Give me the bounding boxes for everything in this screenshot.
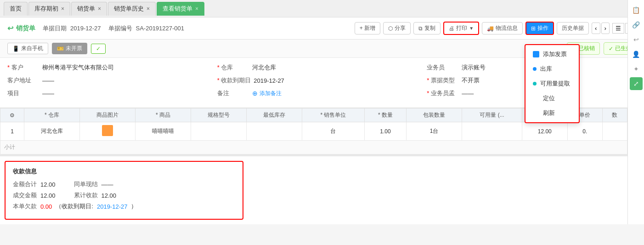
- row-index: 1: [0, 122, 24, 141]
- transaction-label: 成交金额: [13, 191, 37, 199]
- outstanding-label: 本单欠款: [13, 202, 37, 211]
- right-icon-4[interactable]: 👤: [630, 48, 643, 61]
- col-pack-qty: 包装数量: [407, 108, 462, 122]
- new-button[interactable]: + 新增: [355, 22, 380, 34]
- row-product: 嘻嘻嘻嘻: [136, 122, 191, 141]
- col-available: 可用量 (...: [462, 108, 522, 122]
- tab-sales-order-close[interactable]: ×: [98, 6, 101, 12]
- row-product-img: [80, 122, 136, 141]
- col-amount: 数: [602, 108, 627, 122]
- history-button[interactable]: 历史单据: [557, 22, 589, 34]
- note-field: 备注 ⊕ 添加备注: [217, 89, 427, 97]
- add-invoice-checkbox: [533, 51, 539, 57]
- tab-sales-order[interactable]: 销货单 ×: [71, 2, 107, 16]
- ticket-type-label: 票据类型: [427, 76, 459, 85]
- outbound-radio-icon: [533, 67, 537, 71]
- sales-person-value: ——: [462, 90, 474, 97]
- right-icon-2[interactable]: 🔗: [630, 18, 643, 31]
- single-settlement-label: 同单现结: [74, 180, 98, 188]
- product-thumbnail: [102, 125, 113, 136]
- outstanding-item: 本单欠款 0.00 （收款到期日: 2019-12-27 ）: [13, 202, 137, 211]
- copy-button[interactable]: ⧉ 复制: [413, 22, 441, 34]
- col-product: * 商品: [136, 108, 191, 122]
- effective-check-icon: ✓: [609, 46, 613, 52]
- single-settlement-value: ——: [102, 181, 113, 188]
- col-qty: * 数量: [364, 108, 406, 122]
- row-min-stock: [246, 122, 302, 141]
- prev-button[interactable]: ‹: [592, 23, 600, 34]
- summary-row-3: 本单欠款 0.00 （收款到期日: 2019-12-27 ）: [13, 202, 235, 211]
- dropdown-locate[interactable]: 定位: [525, 91, 579, 106]
- from-mobile-button[interactable]: 📱 来自手机: [7, 43, 48, 54]
- total-amount-value: 12.00: [40, 181, 56, 188]
- ticket-icon: 🎫: [57, 46, 64, 52]
- doc-title: ↩ 销货单: [7, 24, 35, 33]
- transaction-item: 成交金额 12.00: [13, 191, 56, 199]
- doc-no-label: 单据编号 SA-20191227-001: [108, 24, 185, 33]
- row-amount: [602, 122, 627, 141]
- right-icon-1[interactable]: 📋: [630, 4, 643, 17]
- bottom-section: 收款信息 金额合计 12.00 同单现结 —— 成交金额 12.00 累计收款: [0, 156, 644, 224]
- right-icon-6[interactable]: ⤢: [630, 77, 643, 90]
- outstanding-value: 0.00: [40, 203, 52, 210]
- check-button[interactable]: ✓: [91, 44, 106, 54]
- row-pack-qty: 1台: [407, 122, 462, 141]
- employee-value: 演示账号: [462, 63, 486, 72]
- due-date-value: 2019-12-27: [254, 77, 284, 84]
- subtotal-cell: 小计: [0, 141, 627, 154]
- row-current: 12.00: [522, 122, 567, 141]
- list-view-button[interactable]: ☰: [612, 23, 624, 34]
- due-date-label: 收款到期日: [217, 76, 251, 85]
- cumulative-item: 累计收款 12.00: [74, 191, 117, 199]
- customer-value: 柳州粤港平安气体有限公司: [42, 63, 114, 72]
- row-spec: [191, 122, 247, 141]
- transaction-value: 12.00: [40, 192, 56, 199]
- col-product-img: 商品图片: [80, 108, 136, 122]
- row-price: 0.: [567, 122, 602, 141]
- next-button[interactable]: ›: [601, 23, 610, 34]
- warehouse-value: 河北仓库: [252, 63, 276, 72]
- tab-inventory-init[interactable]: 库存期初 ×: [28, 2, 70, 16]
- add-note-button[interactable]: ⊕ 添加备注: [252, 90, 282, 97]
- doc-header: ↩ 销货单 单据日期 2019-12-27 单据编号 SA-20191227-0…: [0, 17, 644, 40]
- tab-inventory-init-label: 库存期初: [34, 5, 58, 13]
- summary-title: 收款信息: [13, 167, 235, 176]
- outstanding-date: 2019-12-27: [97, 203, 128, 210]
- address-label: 客户地址: [7, 76, 40, 85]
- cumulative-label: 累计收款: [74, 191, 98, 199]
- dropdown-available-qty[interactable]: 可用量提取: [525, 76, 579, 91]
- outstanding-note: （收款到期日:: [56, 202, 93, 211]
- summary-row-1: 金额合计 12.00 同单现结 ——: [13, 180, 235, 188]
- logistics-button[interactable]: 🚚 物流信息: [482, 22, 523, 34]
- dropdown-refresh[interactable]: 刷新: [525, 106, 579, 120]
- note-label: 备注: [217, 89, 249, 97]
- right-icon-5[interactable]: ✦: [630, 63, 643, 75]
- tab-view-sales-label: 查看销货单: [163, 5, 192, 13]
- col-warehouse: * 仓库: [24, 108, 80, 122]
- tab-sales-history[interactable]: 销货单历史 ×: [108, 2, 156, 16]
- tab-sales-history-close[interactable]: ×: [147, 6, 150, 12]
- tab-home-label: 首页: [10, 5, 22, 13]
- print-dropdown-icon: ▼: [469, 26, 474, 31]
- copy-icon: ⧉: [418, 25, 423, 32]
- operation-button[interactable]: ⊞ 操作: [525, 22, 554, 35]
- customer-label: 客户: [7, 63, 40, 72]
- check-icon: ✓: [96, 46, 101, 52]
- tab-inventory-init-close[interactable]: ×: [61, 6, 64, 12]
- share-button[interactable]: ⬡ 分享: [383, 22, 411, 34]
- mobile-icon: 📱: [12, 46, 19, 52]
- dropdown-add-invoice[interactable]: 添加发票: [525, 47, 579, 62]
- not-open-button[interactable]: 🎫 未开票: [52, 43, 87, 54]
- tab-view-sales-close[interactable]: ×: [195, 6, 198, 12]
- summary-box: 收款信息 金额合计 12.00 同单现结 —— 成交金额 12.00 累计收款: [5, 161, 243, 220]
- tab-view-sales[interactable]: 查看销货单 ×: [157, 2, 204, 16]
- tab-home[interactable]: 首页: [4, 2, 28, 16]
- print-button[interactable]: 🖨 打印 ▼: [443, 22, 479, 35]
- right-icon-3[interactable]: ↩: [630, 33, 643, 46]
- row-warehouse: 河北仓库: [24, 122, 80, 141]
- row-unit: 台: [302, 122, 364, 141]
- dropdown-outbound[interactable]: 出库: [525, 62, 579, 76]
- add-icon: ⊕: [252, 90, 258, 97]
- tab-sales-order-label: 销货单: [77, 5, 95, 13]
- single-settlement-item: 同单现结 ——: [74, 180, 113, 188]
